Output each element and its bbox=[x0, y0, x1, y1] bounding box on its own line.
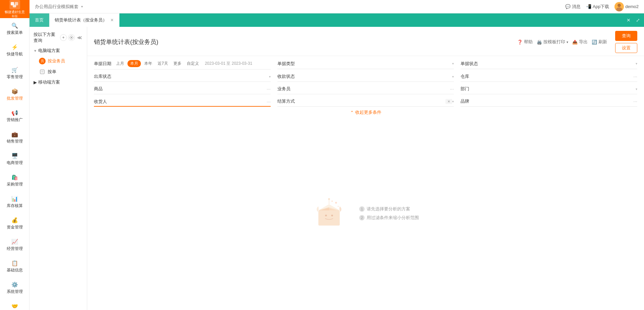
desktop-scheme-group: ▼ 电脑端方案 员 按业务员 按单 bbox=[30, 46, 87, 77]
refresh-btn[interactable]: 🔄 刷新 bbox=[592, 39, 607, 45]
print-btn[interactable]: 🖨️ 按模板打印 ▾ bbox=[537, 39, 568, 45]
purchase-icon: 🛍️ bbox=[11, 174, 18, 180]
help-label: 帮助 bbox=[524, 39, 533, 45]
tab-close-btn[interactable]: ✕ bbox=[110, 18, 114, 22]
brand-more-btn[interactable]: ··· bbox=[633, 99, 637, 104]
doc-type-arrow[interactable]: ▾ bbox=[452, 62, 454, 65]
query-button[interactable]: 查询 bbox=[615, 31, 637, 41]
sidebar-item-wholesale[interactable]: 📦 批发管理 bbox=[0, 84, 30, 105]
collapse-more-btn[interactable]: ⌃ 收起更多条件 bbox=[94, 107, 637, 117]
svg-point-17 bbox=[328, 198, 330, 200]
tab-sales-stat-label: 销货单统计表（按业务员） bbox=[55, 17, 107, 23]
collapse-panel-btn[interactable]: ≪ bbox=[76, 34, 83, 41]
desktop-group-header[interactable]: ▼ 电脑端方案 bbox=[30, 46, 87, 56]
sidebar-item-purchase[interactable]: 🛍️ 采购管理 bbox=[0, 170, 30, 191]
tab-window-expand[interactable]: ⤢ bbox=[635, 16, 641, 24]
page-title-bar: 销货单统计表(按业务员) ❓ 帮助 🖨️ 按模板打印 ▾ 📤 导出 bbox=[87, 27, 644, 56]
salesperson-more-btn[interactable]: ··· bbox=[450, 86, 454, 92]
goods-more-btn[interactable]: ··· bbox=[267, 86, 271, 92]
date-tab-7days[interactable]: 近7天 bbox=[156, 60, 170, 67]
svg-point-3 bbox=[618, 4, 621, 7]
doc-status-filter: 单据状态 ▾ bbox=[461, 61, 637, 69]
consignee-more-btn[interactable]: ··· bbox=[267, 99, 271, 104]
app-download-btn[interactable]: 📲 App下载 bbox=[586, 4, 609, 10]
filter-row-4: 收货人 ··· 结算方式 ✕ ▾ 品牌 bbox=[94, 98, 637, 107]
settlement-clear-btn[interactable]: ✕ bbox=[445, 99, 452, 104]
department-arrow[interactable]: ▾ bbox=[636, 87, 637, 91]
sidebar-item-marketing[interactable]: 📢 营销推广 bbox=[0, 105, 30, 127]
scheme-by-salesperson[interactable]: 员 按业务员 bbox=[30, 56, 87, 66]
panel-actions: + ≪ bbox=[60, 34, 83, 41]
settlement-input[interactable] bbox=[298, 99, 446, 104]
salesperson-input[interactable] bbox=[296, 87, 450, 92]
tab-home[interactable]: 首页 bbox=[30, 13, 49, 27]
add-scheme-btn[interactable]: + bbox=[60, 34, 67, 41]
left-panel: 按以下方案查询 + ≪ ▼ 电脑端方案 员 bbox=[30, 27, 87, 310]
empty-state-content: 1 请先选择要分析的方案 2 用过滤条件来缩小分析范围 bbox=[312, 197, 419, 230]
sidebar-item-ecommerce[interactable]: 🖥️ 电商管理 bbox=[0, 148, 30, 170]
retail-icon: 🛒 bbox=[11, 66, 18, 73]
settlement-label: 结算方式 bbox=[277, 98, 295, 104]
sidebar-item-system[interactable]: ⚙️ 系统管理 bbox=[0, 277, 30, 299]
sidebar-item-wholesale-label: 批发管理 bbox=[7, 96, 23, 101]
main-area: 办公用品行业模拟账套 ▾ 💬 消息 📲 App下载 demo2 首页 bbox=[30, 0, 644, 310]
avatar bbox=[614, 2, 624, 11]
sidebar-item-operation-label: 经营管理 bbox=[7, 246, 23, 252]
logo-icon bbox=[9, 0, 20, 9]
out-status-label: 出库状态 bbox=[94, 73, 111, 80]
out-status-arrow[interactable]: ▾ bbox=[269, 75, 271, 79]
doc-status-input[interactable] bbox=[481, 61, 636, 66]
goods-input[interactable] bbox=[113, 87, 267, 92]
warehouse-input[interactable] bbox=[479, 74, 633, 79]
desktop-group-triangle: ▼ bbox=[34, 49, 37, 53]
sidebar-item-finance[interactable]: 💰 资金管理 bbox=[0, 213, 30, 234]
sidebar-item-operation[interactable]: 📈 经营管理 bbox=[0, 234, 30, 256]
date-tab-custom[interactable]: 自定义 bbox=[185, 60, 201, 67]
warehouse-filter: 仓库 ··· bbox=[461, 73, 637, 82]
operation-icon: 📈 bbox=[11, 238, 18, 245]
tip-num-1: 1 bbox=[359, 206, 365, 212]
sidebar-item-inventory[interactable]: 📊 库存核算 bbox=[0, 191, 30, 213]
receipt-status-arrow[interactable]: ▾ bbox=[452, 75, 454, 79]
department-label: 部门 bbox=[461, 86, 477, 92]
sidebar-item-retail[interactable]: 🛒 零售管理 bbox=[0, 62, 30, 84]
message-btn[interactable]: 💬 消息 bbox=[565, 4, 581, 10]
date-tabs: 上月 本月 本年 近7天 更多 自定义 2023-03-01 至 2023-03… bbox=[114, 60, 252, 67]
app-title-dropdown[interactable]: ▾ bbox=[81, 5, 83, 8]
tab-window-close[interactable]: ✕ bbox=[625, 16, 632, 24]
doc-type-input[interactable] bbox=[298, 61, 452, 66]
sidebar-item-sales[interactable]: 💼 销售管理 bbox=[0, 127, 30, 148]
department-input[interactable] bbox=[479, 87, 636, 92]
quick-nav-icon: ⚡ bbox=[11, 44, 18, 50]
brand-input[interactable] bbox=[479, 99, 633, 104]
settlement-clear-x[interactable]: ✕ bbox=[447, 100, 450, 103]
scheme-by-order[interactable]: 按单 bbox=[30, 66, 87, 77]
warehouse-more-btn[interactable]: ··· bbox=[633, 74, 637, 79]
sidebar-item-search[interactable]: 🔍 搜索菜单 bbox=[0, 18, 30, 40]
out-status-input[interactable] bbox=[114, 74, 269, 79]
help-btn[interactable]: ❓ 帮助 bbox=[517, 39, 533, 45]
date-tab-current-year[interactable]: 本年 bbox=[142, 60, 154, 67]
edit-scheme-btn[interactable] bbox=[68, 34, 75, 41]
date-tab-more[interactable]: 更多 bbox=[171, 60, 183, 67]
settlement-arrow[interactable]: ▾ bbox=[452, 100, 454, 103]
sidebar-item-quick[interactable]: ⚡ 快捷导航 bbox=[0, 40, 30, 61]
receipt-status-input[interactable] bbox=[298, 74, 452, 79]
sidebar-item-cooperation[interactable]: 🤝 企业协同 bbox=[0, 299, 30, 310]
page-title: 销货单统计表(按业务员) bbox=[94, 38, 517, 46]
consignee-input[interactable] bbox=[113, 99, 267, 104]
mobile-group-header[interactable]: ▶ 移动端方案 bbox=[30, 77, 87, 87]
settings-button[interactable]: 设置 bbox=[615, 43, 637, 53]
date-tab-last-month[interactable]: 上月 bbox=[114, 60, 126, 67]
date-tab-current-month[interactable]: 本月 bbox=[127, 60, 141, 67]
tab-sales-stat[interactable]: 销货单统计表（按业务员） ✕ bbox=[49, 13, 119, 27]
mobile-group-label: 移动端方案 bbox=[38, 79, 60, 85]
basic-icon: 📋 bbox=[11, 260, 18, 266]
user-profile[interactable]: demo2 bbox=[614, 2, 639, 11]
message-label: 消息 bbox=[572, 4, 581, 10]
help-icon: ❓ bbox=[517, 40, 523, 45]
export-btn[interactable]: 📤 导出 bbox=[572, 39, 588, 45]
goods-label: 商品 bbox=[94, 86, 110, 92]
sidebar-item-basic[interactable]: 📋 基础信息 bbox=[0, 256, 30, 277]
doc-status-arrow[interactable]: ▾ bbox=[636, 62, 637, 65]
